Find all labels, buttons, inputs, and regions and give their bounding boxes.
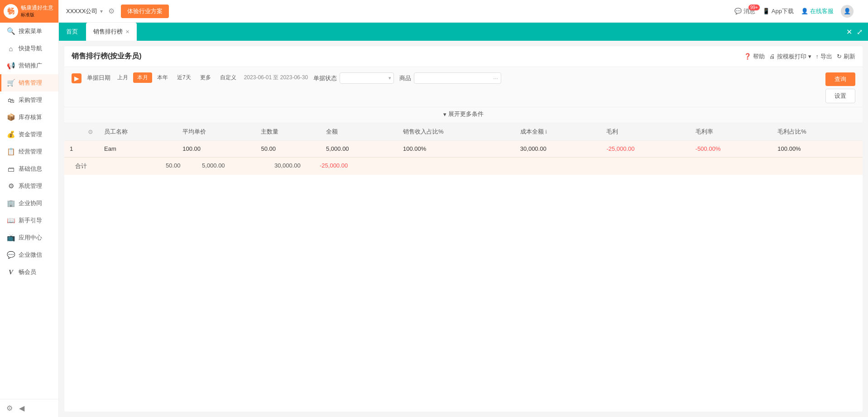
sidebar-item-search[interactable]: 🔍 搜索菜单 [0,23,58,40]
date-tab-last-month[interactable]: 上月 [113,72,132,83]
basic-icon: 🗃 [7,165,15,173]
date-tab-group: 上月 本月 本年 近7天 更多 自定义 [113,72,240,83]
filter-bar: ▶ 单据日期 上月 本月 本年 近7天 更多 自定义 2023-06-01 至 … [64,67,863,107]
tabbar-close-icon[interactable]: ✕ [846,28,852,36]
help-button[interactable]: ❓ 帮助 [744,53,765,61]
filter-date-group: 单据日期 上月 本月 本年 近7天 更多 自定义 2023-06-01 至 20… [87,72,308,83]
date-tab-this-year[interactable]: 本年 [153,72,172,83]
sidebar-bottom: ⚙ ◀ [0,399,58,417]
goods-more-icon[interactable]: ··· [493,75,498,81]
sidebar-item-marketing[interactable]: 📢 营销推广 [0,57,58,74]
marketing-icon: 📢 [7,62,15,70]
topbar: XXXXX公司 ▾ ⚙ 体验行业方案 💬 消息 99+ 📱 App下载 👤 在线… [59,0,868,23]
th-cost: 成本全额 ℹ [515,123,601,141]
cell-amount: 5,000.00 [321,141,398,157]
coop-icon: 🏢 [7,199,15,207]
search-icon: 🔍 [7,27,15,35]
expand-more-button[interactable]: ▾ 展开更多条件 [443,110,484,118]
date-label: 单据日期 [87,74,110,82]
topbar-right: 💬 消息 99+ 📱 App下载 👤 在线客服 👤 [734,5,861,18]
query-btn-wrap: 查询 设置 [825,72,855,103]
th-settings[interactable]: ⚙ [82,123,99,141]
export-button[interactable]: ↑ 导出 [816,53,833,61]
filter-expand-button[interactable]: ▶ [72,73,82,83]
th-profit: 毛利 [601,123,690,141]
query-button[interactable]: 查询 [825,72,855,86]
sidebar-item-sales[interactable]: 🛒 销售管理 [0,74,58,91]
th-amount: 全额 [321,123,398,141]
collapse-icon[interactable]: ◀ [19,404,24,412]
table-wrap: ⚙ 员工名称 平均单价 主数量 全额 销售收入占比% 成本全额 ℹ 毛利 毛利率… [64,123,863,157]
filter-settings-button[interactable]: 设置 [825,89,855,103]
th-rank [64,123,82,141]
date-tab-more[interactable]: 更多 [196,72,215,83]
footer-label: 合计 [70,162,160,170]
page-title: 销售排行榜(按业务员) [72,52,744,61]
sidebar-item-coop[interactable]: 🏢 企业协同 [0,195,58,212]
export-icon: ↑ [816,53,819,60]
sidebar: 畅 畅康通好生意 标准版 🔍 搜索菜单 ⌂ 快捷导航 📢 营销推广 🛒 销售管理… [0,0,59,417]
filter-status-group: 单据状态 [313,72,394,84]
tabbar: 首页 销售排行榜 ✕ ✕ ⤢ [59,23,868,41]
th-profit-rate: 毛利率 [690,123,772,141]
online-service-button[interactable]: 👤 在线客服 [801,7,834,15]
sidebar-item-apps[interactable]: 📺 应用中心 [0,229,58,246]
logo-icon: 畅 [4,4,18,19]
th-profit-pct: 毛利占比% [772,123,863,141]
topbar-gear-icon[interactable]: ⚙ [108,7,115,15]
th-name: 员工名称 [99,123,177,141]
date-tab-this-month[interactable]: 本月 [133,72,152,83]
table-header-row: ⚙ 员工名称 平均单价 主数量 全额 销售收入占比% 成本全额 ℹ 毛利 毛利率… [64,123,863,141]
sidebar-item-system[interactable]: ⚙ 系统管理 [0,177,58,195]
app-download-button[interactable]: 📱 App下载 [762,7,794,15]
table-row: 1 Eam 100.00 50.00 5,000.00 100.00% 30,0… [64,141,863,157]
page-inner: 销售排行榜(按业务员) ❓ 帮助 🖨 按模板打印 ▾ ↑ 导出 [64,46,863,412]
company-chevron-icon: ▾ [100,8,103,14]
page-actions: ❓ 帮助 🖨 按模板打印 ▾ ↑ 导出 ↻ 刷新 [744,53,856,61]
sidebar-item-member[interactable]: V 畅会员 [0,264,58,281]
tab-sales-rank[interactable]: 销售排行榜 ✕ [86,23,137,41]
trial-button[interactable]: 体验行业方案 [121,5,169,18]
sidebar-item-basic[interactable]: 🗃 基础信息 [0,160,58,177]
cell-cost: 30,000.00 [515,141,601,157]
sidebar-item-purchase[interactable]: 🛍 采购管理 [0,91,58,109]
cell-qty: 50.00 [255,141,321,157]
date-tab-custom[interactable]: 自定义 [216,72,240,83]
filter-actions: 查询 设置 [825,72,855,103]
cost-info-icon: ℹ [545,129,547,134]
goods-input[interactable] [417,73,493,83]
status-select[interactable] [340,72,394,84]
tabbar-right: ✕ ⤢ [846,28,868,36]
cell-profit-pct: 100.00% [772,141,863,157]
goods-label: 商品 [399,74,411,82]
app-icon: 📱 [762,8,770,14]
sidebar-item-funds[interactable]: 💰 资金管理 [0,126,58,143]
status-label: 单据状态 [313,74,337,82]
footer-amount: 5,000.00 [197,162,242,170]
sidebar-item-shortcut[interactable]: ⌂ 快捷导航 [0,40,58,57]
tab-close-icon[interactable]: ✕ [125,29,129,35]
refresh-button[interactable]: ↻ 刷新 [837,53,855,61]
tab-home[interactable]: 首页 [59,23,85,41]
sidebar-item-inventory[interactable]: 📦 库存核算 [0,109,58,126]
print-icon: 🖨 [769,53,775,60]
cell-sales-pct: 100.00% [398,141,515,157]
home-icon: ⌂ [7,45,15,53]
sidebar-item-operations[interactable]: 📋 经营管理 [0,143,58,160]
system-icon: ⚙ [7,182,15,190]
sidebar-item-guide[interactable]: 📖 新手引导 [0,212,58,229]
tabbar-expand-icon[interactable]: ⤢ [857,28,863,36]
date-tab-7days[interactable]: 近7天 [173,72,195,83]
th-qty: 主数量 [255,123,321,141]
data-table: ⚙ 员工名称 平均单价 主数量 全额 销售收入占比% 成本全额 ℹ 毛利 毛利率… [64,123,863,157]
print-button[interactable]: 🖨 按模板打印 ▾ [769,53,811,61]
filter-row2: ▾ 展开更多条件 [64,107,863,123]
th-avg-price: 平均单价 [177,123,255,141]
settings-bottom-icon[interactable]: ⚙ [6,404,13,412]
user-avatar[interactable]: 👤 [841,5,854,18]
tab-sales-rank-label: 销售排行榜 [93,28,123,36]
company-selector[interactable]: XXXXX公司 ▾ [66,7,103,15]
cell-name: Eam [99,141,177,157]
sidebar-item-wechat[interactable]: 💬 企业微信 [0,246,58,264]
message-button[interactable]: 💬 消息 99+ [734,7,755,15]
